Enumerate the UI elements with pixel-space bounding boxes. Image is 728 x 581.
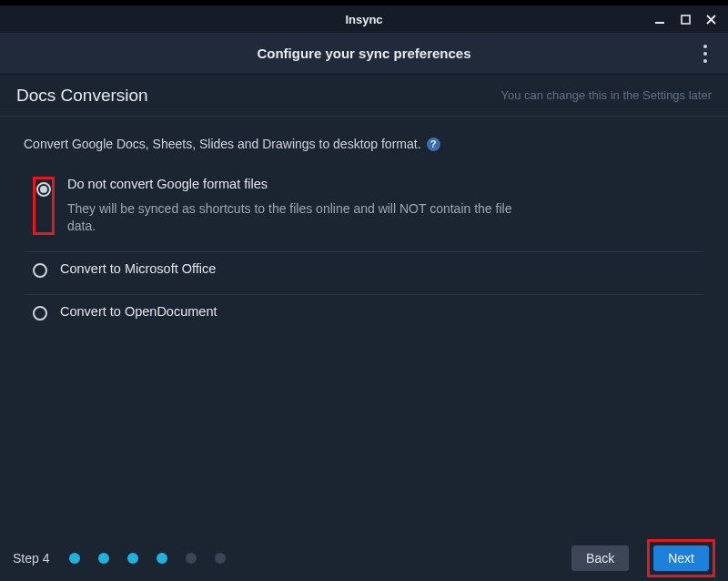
progress-dot-2: [98, 553, 109, 564]
progress-dot-3: [127, 553, 138, 564]
option-body: Convert to OpenDocument: [60, 304, 704, 321]
radio-do-not-convert[interactable]: [36, 182, 51, 197]
step-label: Step 4: [13, 551, 49, 566]
section-title: Docs Conversion: [16, 86, 148, 106]
window-controls: [653, 13, 728, 25]
description-text: Convert Google Docs, Sheets, Slides and …: [24, 137, 421, 151]
option-ms-office[interactable]: Convert to Microsoft Office: [24, 252, 704, 295]
section-header: Docs Conversion You can change this in t…: [0, 75, 728, 117]
maximize-button[interactable]: [679, 13, 692, 25]
option-label: Convert to OpenDocument: [60, 304, 704, 319]
section-hint: You can change this in the Settings late…: [500, 88, 712, 102]
subheader-title: Configure your sync preferences: [0, 46, 728, 61]
progress-dot-1: [69, 553, 80, 564]
option-do-not-convert[interactable]: Do not convert Google format files They …: [24, 168, 704, 252]
progress-dot-5: [186, 553, 197, 564]
overflow-menu-button[interactable]: [695, 42, 715, 66]
svg-rect-0: [655, 22, 664, 24]
options-list: Do not convert Google format files They …: [24, 168, 704, 337]
svg-rect-1: [682, 15, 690, 24]
app-window: Insync Configure your sync preferences D…: [0, 0, 728, 581]
option-opendocument[interactable]: Convert to OpenDocument: [24, 295, 704, 337]
highlight-radio-1: [33, 177, 55, 235]
back-button[interactable]: Back: [571, 545, 629, 571]
radio-ms-office[interactable]: [33, 263, 47, 278]
titlebar: Insync: [0, 5, 728, 33]
description-row: Convert Google Docs, Sheets, Slides and …: [24, 137, 704, 151]
subheader: Configure your sync preferences: [0, 33, 728, 75]
content-area: Convert Google Docs, Sheets, Slides and …: [0, 117, 728, 535]
progress-dot-4: [157, 553, 167, 564]
next-button[interactable]: Next: [653, 545, 709, 571]
window-title: Insync: [0, 13, 728, 26]
close-button[interactable]: [704, 13, 717, 25]
option-label: Do not convert Google format files: [67, 177, 704, 191]
radio-opendocument[interactable]: [33, 306, 47, 321]
option-label: Convert to Microsoft Office: [60, 261, 704, 276]
option-sublabel: They will be synced as shortcuts to the …: [67, 200, 541, 235]
minimize-button[interactable]: [653, 13, 666, 25]
footer: Step 4 Back Next: [0, 535, 728, 581]
highlight-next: Next: [647, 539, 715, 577]
progress-dot-6: [215, 553, 226, 564]
option-body: Do not convert Google format files They …: [67, 177, 704, 235]
help-icon[interactable]: ?: [427, 138, 440, 151]
option-body: Convert to Microsoft Office: [60, 261, 704, 278]
